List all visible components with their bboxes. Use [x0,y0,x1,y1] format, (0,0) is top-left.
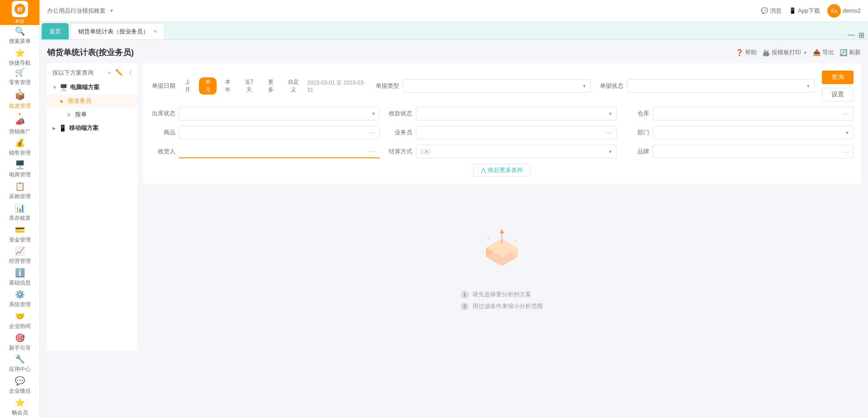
page-title: 销货单统计表(按业务员) [47,47,134,58]
help-button[interactable]: ❓ 帮助 [736,48,757,57]
tab-home[interactable]: 首页 [42,23,69,39]
sales-stat-tab-label: 销货单统计表（按业务员） [78,28,149,36]
sidebar-item-appstore[interactable]: 🔧 应用中心 [0,353,40,375]
date-label: 单据日期 [150,82,175,90]
date-btn-this-year[interactable]: 本年 [219,77,236,95]
sidebar-item-enterprise[interactable]: 🤝 企业协同 [0,310,40,332]
query-button[interactable]: 查询 [822,71,854,84]
order-status-select[interactable]: ▼ [627,79,815,93]
template-print-button[interactable]: 🖨️ 按模板打印 ▼ [762,48,807,57]
tab-sales-stat[interactable]: 销货单统计表（按业务员） ✕ [71,23,165,39]
action-buttons: 查询 设置 [822,71,854,101]
receiver-input[interactable]: ··· [179,145,380,158]
breadcrumb-dropdown-icon[interactable]: ▼ [109,8,114,13]
date-filter-item: 单据日期 上月 本月 本年 近7天 更多 自定义 2023-03-01 至 20… [150,77,367,95]
page-header: 销货单统计表(按业务员) ❓ 帮助 🖨️ 按模板打印 ▼ 📤 导出 [47,47,861,58]
dept-dropdown-icon: ▼ [845,130,849,135]
goods-label: 商品 [150,128,175,137]
appstore-icon: 🔧 [15,354,25,364]
setting-button[interactable]: 设置 [822,88,854,101]
order-type-dropdown-icon: ▼ [582,84,587,89]
edit-scheme-icon[interactable]: ✏️ [115,69,123,77]
help-icon: ❓ [736,49,743,56]
message-button[interactable]: 💬 消息 [761,7,782,15]
scheme-by-order[interactable]: ⊞ 按单 [47,108,137,121]
goods-input[interactable]: ··· [179,126,380,139]
add-scheme-icon[interactable]: ＋ [106,69,113,77]
dept-select[interactable]: ▼ [653,126,854,139]
sidebar-item-retail[interactable]: 🛒 零售管理 ▼ [0,68,40,92]
receipt-status-select[interactable]: ▼ [416,107,617,120]
empty-state: 1 请先选择要分析的方案 2 用过滤条件来缩小分析范围 [143,189,861,350]
sidebar-item-inventory[interactable]: 📊 库存核算 [0,202,40,223]
app-logo[interactable]: 好 标版 [0,0,40,25]
brand-input[interactable]: ··· [653,145,854,158]
order-scheme-icon: ⊞ [67,112,71,117]
active-scheme-icon: ● [60,98,63,104]
scheme-mobile-group[interactable]: ▶ 📱 移动端方案 [47,121,137,135]
svg-marker-7 [500,229,504,233]
maximize-icon[interactable]: ⊞ [859,31,864,39]
receiver-text-input[interactable] [183,148,369,155]
sidebar-item-member[interactable]: ⭐ 畅会员 [0,396,40,418]
sidebar-item-finance[interactable]: 💳 资金管理 [0,223,40,245]
mobile-scheme-label: 移动端方案 [69,124,99,132]
sidebar-item-newbie[interactable]: 🎯 新手引导 [0,332,40,353]
sidebar-item-wholesale[interactable]: 📦 批发管理 ▲ [0,92,40,115]
scheme-panel-title: 按以下方案查询 [52,69,94,77]
refresh-button[interactable]: 🔄 刷新 [840,48,861,57]
scheme-pc-group[interactable]: ▼ 🖥️ 电脑端方案 [47,81,137,94]
inventory-icon: 📊 [15,203,25,213]
sidebar-item-system[interactable]: ⚙️ 系统管理 [0,288,40,310]
wechat-icon: 💬 [15,376,25,386]
system-icon: ⚙️ [15,290,25,299]
content-area: 销货单统计表(按业务员) ❓ 帮助 🖨️ 按模板打印 ▼ 📤 导出 [40,40,868,418]
sidebar-item-purchase[interactable]: 📋 采购管理 [0,180,40,202]
order-status-filter-item: 单据状态 ▼ [598,79,815,93]
order-type-select[interactable]: ▼ [403,79,590,93]
sidebar-item-sales[interactable]: 💰 销售管理 [0,137,40,159]
goods-filter-item: 商品 ··· [150,126,380,139]
topbar-right: 💬 消息 📱 App下载 Ea demo2 [761,4,861,18]
date-btn-7days[interactable]: 近7天 [239,77,259,95]
settle-tag-remove-icon[interactable]: ✕ [425,149,428,154]
sidebar-item-quick-nav[interactable]: ⭐ 快捷导航 [0,47,40,68]
date-btn-this-month[interactable]: 本月 [199,77,216,95]
scheme-by-staff[interactable]: ● 按业务员 [47,94,137,108]
sidebar-item-search[interactable]: 🔍 搜索菜单 [0,25,40,47]
sidebar-item-marketing[interactable]: 📣 营销推广 [0,115,40,137]
out-status-select[interactable]: ▼ [179,107,380,120]
sidebar-item-wechat[interactable]: 💬 企业微信 [0,375,40,396]
pc-scheme-label: 电脑端方案 [70,83,99,91]
user-avatar-area[interactable]: Ea demo2 [827,4,861,18]
sidebar-item-ecommerce[interactable]: 🖥️ 电商管理 [0,158,40,180]
left-panel-header: 按以下方案查询 ＋ ✏️ 《 [47,69,137,81]
order-status-label: 单据状态 [598,82,623,90]
date-btn-custom[interactable]: 自定义 [282,77,305,95]
order-type-label: 单据类型 [374,82,399,90]
empty-steps: 1 请先选择要分析的方案 2 用过滤条件来缩小分析范围 [461,290,543,314]
minimize-icon[interactable]: — [848,31,855,39]
print-icon: 🖨️ [762,49,770,56]
brand-label: 品牌 [624,147,649,156]
order-type-filter-item: 单据类型 ▼ [374,79,590,93]
tab-close-icon[interactable]: ✕ [153,29,157,34]
date-btn-more[interactable]: 更多 [262,77,279,95]
collapse-button[interactable]: ⋀ 收起更多条件 [473,164,531,176]
export-button[interactable]: 📤 导出 [813,48,834,57]
settle-dropdown-icon: ▼ [608,149,613,154]
receiver-filter-item: 收货人 ··· [150,145,380,158]
sales-icon: 💰 [15,138,25,148]
staff-input[interactable]: ··· [416,126,617,139]
warehouse-input[interactable]: ··· [653,107,854,120]
right-content: 单据日期 上月 本月 本年 近7天 更多 自定义 2023-03-01 至 20… [143,63,861,350]
sidebar-item-basic[interactable]: ℹ️ 基础信息 [0,266,40,288]
mobile-tree-expand-icon: ▶ [52,126,56,131]
mobile-scheme-icon: 📱 [59,124,66,132]
sidebar-item-operation[interactable]: 📈 经营管理 [0,245,40,267]
receipt-status-dropdown-icon: ▼ [608,111,613,116]
date-btn-last-month[interactable]: 上月 [179,77,196,95]
collapse-panel-icon[interactable]: 《 [126,69,132,77]
app-download-button[interactable]: 📱 App下载 [789,7,820,15]
settle-select[interactable]: ✕ ▼ [416,145,617,158]
